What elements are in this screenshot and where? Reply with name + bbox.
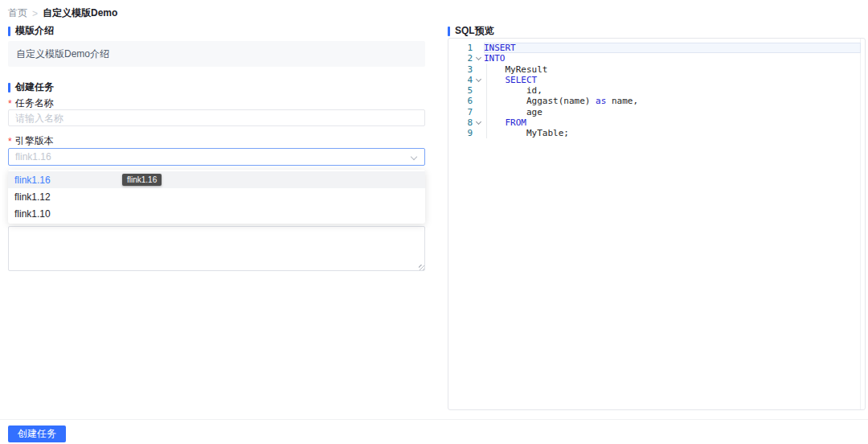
code-line: 2INTO bbox=[448, 53, 865, 64]
engine-version-selected-value: flink1.16 bbox=[15, 151, 51, 162]
breadcrumb: 首页 > 自定义模版Demo bbox=[8, 6, 117, 20]
create-task-section-title: 创建任务 bbox=[15, 80, 54, 94]
line-number: 1 bbox=[448, 43, 473, 53]
breadcrumb-separator: > bbox=[32, 8, 38, 19]
section-bar-icon bbox=[8, 83, 10, 92]
chevron-down-icon bbox=[411, 154, 417, 160]
line-number: 8 bbox=[448, 117, 473, 128]
dropdown-option[interactable]: flink1.16 bbox=[8, 171, 425, 188]
breadcrumb-home-link[interactable]: 首页 bbox=[8, 6, 27, 20]
line-number: 6 bbox=[448, 96, 473, 106]
fold-chevron-icon[interactable] bbox=[473, 75, 484, 85]
task-name-input[interactable] bbox=[8, 109, 425, 126]
code-text: Aggast(name) as name, bbox=[484, 96, 638, 106]
engine-version-select[interactable]: flink1.16 bbox=[8, 148, 425, 166]
line-number: 3 bbox=[448, 64, 473, 75]
section-bar-icon bbox=[8, 27, 10, 36]
code-line: 8 FROM bbox=[448, 117, 865, 128]
description-textarea[interactable] bbox=[8, 226, 425, 271]
create-task-section-header: 创建任务 bbox=[8, 80, 54, 94]
task-name-label: * 任务名称 bbox=[8, 97, 54, 110]
line-number: 5 bbox=[448, 85, 473, 96]
line-number: 2 bbox=[448, 53, 473, 64]
create-task-button[interactable]: 创建任务 bbox=[8, 426, 66, 442]
template-intro-section-title: 模版介绍 bbox=[15, 24, 54, 38]
fold-spacer bbox=[473, 43, 484, 53]
task-name-label-text: 任务名称 bbox=[15, 97, 54, 110]
code-text: SELECT bbox=[484, 75, 537, 85]
line-number: 4 bbox=[448, 75, 473, 85]
template-intro-content: 自定义模版Demo介绍 bbox=[16, 47, 109, 61]
engine-version-label-text: 引擎版本 bbox=[15, 134, 54, 148]
page: 首页 > 自定义模版Demo 模版介绍 自定义模版Demo介绍 创建任务 * 任… bbox=[0, 0, 868, 444]
line-number: 9 bbox=[448, 128, 473, 138]
engine-version-tooltip: flink1.16 bbox=[122, 174, 162, 186]
dropdown-option[interactable]: flink1.10 bbox=[8, 205, 425, 222]
fold-chevron-icon[interactable] bbox=[473, 117, 484, 128]
line-number: 7 bbox=[448, 107, 473, 117]
dropdown-option[interactable]: flink1.12 bbox=[8, 188, 425, 205]
section-bar-icon bbox=[448, 27, 450, 36]
resize-handle-icon[interactable] bbox=[419, 265, 424, 270]
required-mark: * bbox=[8, 136, 12, 147]
fold-spacer bbox=[473, 96, 484, 106]
code-line: 3 MyResult bbox=[448, 64, 865, 75]
fold-spacer bbox=[473, 85, 484, 96]
code-text: MyResult bbox=[484, 64, 547, 75]
code-line: 6 Aggast(name) as name, bbox=[448, 96, 865, 106]
breadcrumb-current: 自定义模版Demo bbox=[43, 6, 117, 20]
required-mark: * bbox=[8, 98, 12, 109]
fold-spacer bbox=[473, 64, 484, 75]
code-line: 9 MyTable; bbox=[448, 128, 865, 138]
template-intro-box: 自定义模版Demo介绍 bbox=[8, 41, 425, 67]
code-line: 1INSERT bbox=[448, 43, 865, 53]
fold-spacer bbox=[473, 128, 484, 138]
code-text: INSERT bbox=[484, 43, 516, 53]
fold-chevron-icon[interactable] bbox=[473, 53, 484, 64]
sql-preview-section-title: SQL预览 bbox=[455, 24, 494, 38]
fold-spacer bbox=[473, 107, 484, 117]
code-line: 7 age bbox=[448, 107, 865, 117]
code-text: id, bbox=[484, 85, 542, 96]
engine-version-dropdown: flink1.16flink1.12flink1.10 bbox=[8, 170, 425, 224]
code-text: MyTable; bbox=[484, 128, 569, 138]
sql-code-editor[interactable]: 1INSERT2INTO3 MyResult4 SELECT5 id,6 Agg… bbox=[448, 38, 866, 410]
code-text: INTO bbox=[484, 53, 506, 64]
sql-preview-section-header: SQL预览 bbox=[448, 24, 494, 38]
code-text: FROM bbox=[484, 117, 526, 128]
footer-divider bbox=[0, 419, 868, 420]
code-line: 5 id, bbox=[448, 85, 865, 96]
code-text: age bbox=[484, 107, 542, 117]
template-intro-section-header: 模版介绍 bbox=[8, 24, 54, 38]
code-line: 4 SELECT bbox=[448, 75, 865, 85]
engine-version-label: * 引擎版本 bbox=[8, 134, 54, 148]
